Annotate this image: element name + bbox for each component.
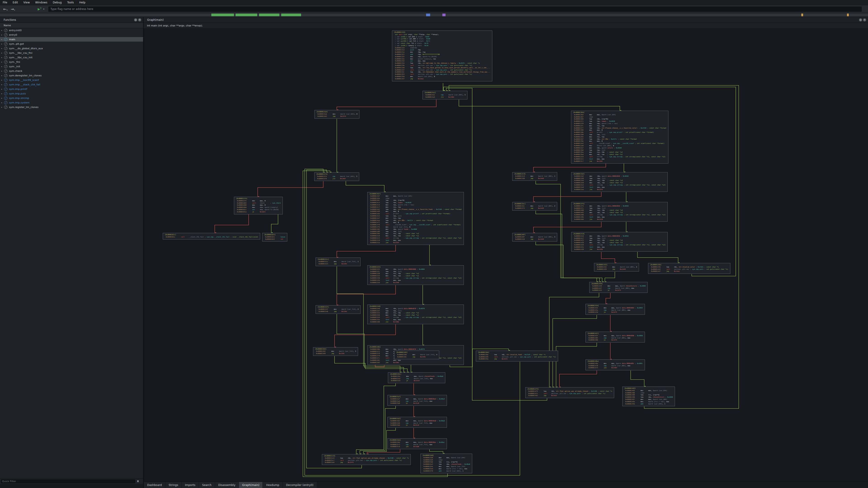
function-item-sym.deregister_tm_clones[interactable]: ▸ƒsym.deregister_tm_clones [0, 73, 143, 78]
graph-block-0x000015f4[interactable]: [0x000015f4] 0x000015f4 cmp dword [var_8… [314, 172, 359, 181]
graph-block-0x00001449[interactable]: [0x00001449] 0x00001449 mov eax, dword c… [589, 282, 648, 293]
function-item-sym.imp.__stack_chk_fail[interactable]: ▸ƒsym.imp.__stack_chk_fail [0, 82, 143, 87]
expand-arrow-icon[interactable]: ▸ [1, 88, 4, 90]
tab-graph-main-[interactable]: Graph(main) [239, 482, 262, 488]
graph-block-0x0000151c[interactable]: [0x0000151c] 0x0000151c mov dword [var_7… [315, 258, 361, 266]
name-column-header[interactable]: Name [0, 23, 143, 28]
expand-arrow-icon[interactable]: ▸ [1, 47, 4, 50]
menu-windows[interactable]: Windows [33, 0, 50, 5]
expand-arrow-icon[interactable]: ▸ [1, 57, 4, 59]
expand-arrow-icon[interactable]: ▸ [1, 70, 4, 72]
graph-block-0x00001454[interactable]: [0x00001454] 0x00001454 mov eax, dword d… [585, 304, 645, 315]
graph-block-0x000013ec[interactable]: [0x000013ec] 0x000013ec mov dword [var_8… [512, 202, 557, 210]
function-item-sym._init[interactable]: ▸ƒsym._init [0, 64, 143, 69]
graph-block-0x000014ab[interactable]: [0x000014ab] 0x000014ab mov dword [var_8… [314, 110, 360, 119]
expand-arrow-icon[interactable]: ▸ [1, 97, 4, 99]
quick-filter-close-button[interactable]: X [137, 480, 139, 483]
function-item-sym..plt.got[interactable]: ▸ƒsym..plt.got [0, 41, 143, 46]
tab-imports[interactable]: Imports [182, 482, 198, 488]
tab-search[interactable]: Search [199, 482, 215, 488]
menu-debug[interactable]: Debug [50, 0, 64, 5]
expand-arrow-icon[interactable]: ▸ [1, 74, 4, 76]
quick-filter-input[interactable] [0, 479, 135, 484]
menu-view[interactable]: View [21, 0, 32, 5]
expand-arrow-icon[interactable]: ▸ [1, 34, 4, 36]
expand-arrow-icon[interactable]: ▸ [1, 66, 4, 68]
tab-hexdump[interactable]: Hexdump [263, 482, 282, 488]
expand-arrow-icon[interactable]: ▸ [1, 43, 4, 45]
tab-strings[interactable]: Strings [165, 482, 181, 488]
undock-icon[interactable]: ◎ [134, 18, 137, 22]
close-icon[interactable]: ✕ [863, 18, 866, 22]
expand-arrow-icon[interactable]: ▸ [1, 102, 4, 104]
graph-block-0x00001525[interactable]: [0x00001525] 0x00001525 mov rdx, qword d… [367, 265, 464, 285]
expand-arrow-icon[interactable]: ▸ [1, 79, 4, 81]
expand-arrow-icon[interactable]: ▸ [1, 52, 4, 54]
graph-block-0x0000158e[interactable]: [0x0000158e] 0x0000158e lea rdi, str.Inv… [476, 351, 558, 361]
undock-icon[interactable]: ◎ [859, 18, 862, 22]
graph-block-0x0000145f[interactable]: [0x0000145f] 0x0000145f mov eax, dword d… [585, 332, 645, 343]
function-item-sym.imp.system[interactable]: ▸ƒsym.imp.system [0, 100, 143, 105]
expand-arrow-icon[interactable]: ▸ [1, 93, 4, 95]
graph-block-0x00001585[interactable]: [0x00001585] 0x00001585 mov dword [var_7… [394, 351, 439, 359]
graph-block-0x000014b7[interactable]: [0x000014b7] 0x000014b7 mov eax, dword [… [367, 192, 464, 245]
expand-arrow-icon[interactable]: ▸ [1, 29, 4, 31]
graph-block-0x000015fe[interactable]: [0x000015fe] 0x000015fe mov eax, 0 0x000… [234, 197, 283, 215]
forward-button[interactable]: → [11, 7, 14, 11]
graph-block-0x00001483[interactable]: [0x00001483] 0x00001483 mov eax, dword [… [622, 387, 675, 406]
function-item-sym.__libc_csu_fini[interactable]: ▸ƒsym.__libc_csu_fini [0, 51, 143, 55]
graph-block-0x0000146a[interactable]: [0x0000146a] 0x0000146a mov eax, dword d… [585, 359, 645, 370]
function-item-entry0[interactable]: ▸ƒentry0 [0, 33, 143, 37]
memory-nav-bar[interactable] [0, 13, 868, 17]
graph-block-0x00001319[interactable]: [0x00001319] int main (int argc, char **… [392, 31, 492, 81]
graph-block-0x000013c9[interactable]: [0x000013c9] 0x000013c9 mov dword [var_8… [512, 172, 557, 181]
function-item-sym.imp.__isoc99_scanf[interactable]: ▸ƒsym.imp.__isoc99_scanf [0, 78, 143, 82]
graph-canvas[interactable]: [0x00001319] int main (int argc, char **… [144, 28, 868, 482]
graph-block-0x00001475[interactable]: [0x00001475] 0x00001475 lea rdi, str.Tha… [525, 387, 614, 398]
graph-block-0x0000143b[interactable]: [0x0000143b] 0x0000143b lea rdi, str.Inv… [648, 263, 730, 274]
function-item-sym.imp.printf[interactable]: ▸ƒsym.imp.printf [0, 87, 143, 91]
tab-disassembly[interactable]: Disassembly [215, 482, 239, 488]
expand-arrow-icon[interactable]: ▸ [1, 61, 4, 63]
graph-block-0x0000140f[interactable]: [0x0000140f] 0x0000140f mov dword [var_8… [512, 233, 557, 241]
function-item-sym.check[interactable]: ▸ƒsym.check [0, 69, 143, 73]
graph-block-0x00001364[interactable]: [0x00001364] 0x00001364 mov eax, dword [… [571, 111, 669, 164]
graph-block-0x000013d2[interactable]: [0x000013d2] 0x000013d2 mov rdx, qword d… [571, 172, 668, 192]
function-item-sym.imp.puts[interactable]: ▸ƒsym.imp.puts [0, 91, 143, 96]
graph-block-0x000014a1[interactable]: [0x000014a1] 0x000014a1 cmp dword [var_8… [423, 91, 467, 99]
graph-block-0x00001418[interactable]: [0x00001418] 0x00001418 mov rdx, qword d… [571, 232, 668, 252]
menu-help[interactable]: Help [76, 0, 88, 5]
function-item-sym.__do_global_dtors_aux[interactable]: ▸ƒsym.__do_global_dtors_aux [0, 46, 143, 51]
tab-decompiler-entry0-[interactable]: Decompiler (entry0) [283, 482, 316, 488]
graph-block-0x000015d6[interactable]: [0x000015d6] 0x000015d6 mov eax, dword [… [421, 454, 472, 473]
debug-dropdown-icon[interactable]: ▾ [43, 8, 44, 10]
forward-dropdown-icon[interactable]: ▾ [14, 9, 15, 11]
expand-arrow-icon[interactable]: ▸ [1, 106, 4, 108]
graph-block-0x000015a7[interactable]: [0x000015a7] 0x000015a7 mov eax, dword d… [388, 395, 447, 406]
graph-block-0x00001621[interactable]: [0x00001621] 0x00001621 leave 0x00001622… [262, 233, 287, 241]
graph-block-0x0000161c[interactable]: [0x0000161c] 0x0000161c call __stack_chk… [163, 233, 260, 239]
function-item-sym.imp.strcmp[interactable]: ▸ƒsym.imp.strcmp [0, 96, 143, 100]
function-item-sym.register_tm_clones[interactable]: ▸ƒsym.register_tm_clones [0, 105, 143, 109]
menu-file[interactable]: File [0, 0, 10, 5]
menu-tools[interactable]: Tools [64, 0, 76, 5]
graph-block-0x00001548[interactable]: [0x00001548] 0x00001548 mov rdx, qword d… [367, 304, 464, 324]
function-item-main[interactable]: ▸ƒmain [0, 37, 143, 41]
back-button[interactable]: ← [3, 7, 6, 11]
expand-arrow-icon[interactable]: ▸ [1, 38, 4, 40]
function-item-entry.init0[interactable]: ▸ƒentry.init0 [0, 28, 143, 33]
menu-edit[interactable]: Edit [10, 0, 21, 5]
graph-block-0x00001562[interactable]: [0x00001562] 0x00001562 mov dword [var_7… [313, 347, 358, 356]
graph-block-0x000015c8[interactable]: [0x000015c8] 0x000015c8 lea rdi, str.Tha… [322, 454, 411, 465]
graph-block-0x000015bd[interactable]: [0x000015bd] 0x000015bd mov eax, dword d… [388, 438, 447, 449]
graph-block-0x0000159c[interactable]: [0x0000159c] 0x0000159c mov eax, dword c… [388, 372, 445, 383]
graph-block-0x0000153f[interactable]: [0x0000153f] 0x0000153f mov dword [var_7… [315, 305, 361, 314]
graph-block-0x00001432[interactable]: [0x00001432] 0x00001432 mov dword [var_8… [594, 263, 639, 271]
function-item-sym._fini[interactable]: ▸ƒsym._fini [0, 60, 143, 64]
debug-start-icon[interactable]: ▶ [38, 7, 40, 11]
expand-arrow-icon[interactable]: ▸ [1, 84, 4, 86]
graph-block-0x000015b2[interactable]: [0x000015b2] 0x000015b2 mov eax, dword d… [388, 417, 447, 428]
graph-block-0x000013f5[interactable]: [0x000013f5] 0x000013f5 mov rdx, qword d… [571, 202, 668, 222]
tab-dashboard[interactable]: Dashboard [144, 482, 165, 488]
function-item-sym.__libc_csu_init[interactable]: ▸ƒsym.__libc_csu_init [0, 55, 143, 60]
